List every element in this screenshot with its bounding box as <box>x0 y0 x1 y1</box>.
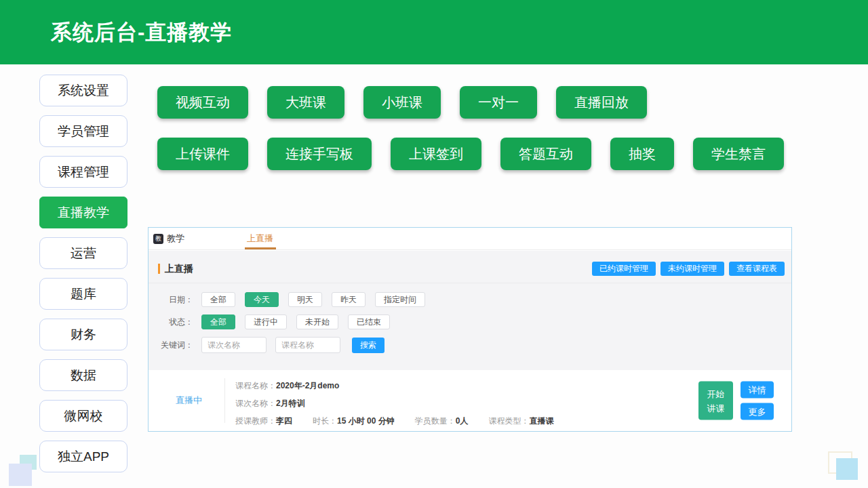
decor-square-blue <box>836 458 858 480</box>
panel-tabbar: 教 教学 上直播 <box>149 228 791 250</box>
start-teaching-button[interactable]: 开始讲课 <box>698 382 733 420</box>
feature-upload-courseware-button[interactable]: 上传课件 <box>157 138 248 170</box>
section-title-bar <box>158 264 160 274</box>
date-chip-custom[interactable]: 指定时间 <box>375 292 425 307</box>
feature-large-class-button[interactable]: 大班课 <box>267 86 344 119</box>
feature-row-2: 上传课件 连接手写板 上课签到 答题互动 抽奖 学生禁言 <box>157 138 784 170</box>
lesson-meta-line: 授课教师： 李四 时长： 15 小时 00 分钟 学员数量： 0人 课程类型： … <box>235 415 553 427</box>
keyword-filter-row: 关键词： 搜索 <box>158 337 791 353</box>
duration-value: 15 小时 00 分钟 <box>337 415 395 427</box>
date-filter-row: 日期： 全部 今天 明天 昨天 指定时间 <box>158 292 791 307</box>
lesson-actions: 开始讲课 详情 更多 <box>698 382 774 420</box>
keyword-filter-label: 关键词： <box>158 340 193 351</box>
course-name-label: 课程名称： <box>235 380 276 392</box>
feature-video-interaction-button[interactable]: 视频互动 <box>157 86 248 119</box>
view-schedule-button[interactable]: 查看课程表 <box>729 262 785 276</box>
feature-quiz-interaction-button[interactable]: 答题互动 <box>500 138 591 170</box>
status-filter-label: 状态： <box>158 317 193 328</box>
feature-handwriting-board-button[interactable]: 连接手写板 <box>267 138 372 170</box>
status-chip-all[interactable]: 全部 <box>201 314 235 329</box>
teacher-label: 授课教师： <box>235 415 276 427</box>
course-type-label: 课程类型： <box>488 415 529 427</box>
page-title: 系统后台-直播教学 <box>51 18 232 47</box>
sidebar-item-micro-school[interactable]: 微网校 <box>39 400 127 432</box>
teacher-value: 李四 <box>276 415 292 427</box>
course-name-line: 课程名称： 2020年-2月demo <box>235 380 553 392</box>
panel-brand-label: 教学 <box>167 232 184 245</box>
students-label: 学员数量： <box>415 415 456 427</box>
tab-go-live[interactable]: 上直播 <box>245 228 275 249</box>
sidebar-item-student-management[interactable]: 学员管理 <box>39 115 127 147</box>
sidebar-item-course-management[interactable]: 课程管理 <box>39 156 127 188</box>
sidebar-item-system-settings[interactable]: 系统设置 <box>39 75 127 106</box>
more-button[interactable]: 更多 <box>741 403 774 420</box>
row-divider <box>224 378 225 423</box>
status-filter-row: 状态： 全部 进行中 未开始 已结束 <box>158 314 791 329</box>
sidebar-item-data[interactable]: 数据 <box>39 359 127 391</box>
panel-brand: 教 教学 <box>153 232 184 245</box>
tab-go-live-label: 上直播 <box>247 232 273 245</box>
filters: 日期： 全部 今天 明天 昨天 指定时间 状态： 全部 进行中 未开始 已结束 … <box>149 283 791 353</box>
sidebar-item-live-teaching[interactable]: 直播教学 <box>39 197 127 228</box>
students-value: 0人 <box>456 415 469 427</box>
feature-lottery-button[interactable]: 抽奖 <box>610 138 674 170</box>
date-chip-today[interactable]: 今天 <box>245 292 279 307</box>
duration-label: 时长： <box>313 415 337 427</box>
teaching-logo-icon: 教 <box>153 234 163 244</box>
sidebar-item-operations[interactable]: 运营 <box>39 237 127 269</box>
unbooked-lessons-button[interactable]: 未约课时管理 <box>660 262 724 276</box>
details-button[interactable]: 详情 <box>741 382 774 399</box>
search-button[interactable]: 搜索 <box>352 338 384 353</box>
secondary-actions: 详情 更多 <box>741 382 774 420</box>
status-chip-not-started[interactable]: 未开始 <box>296 314 338 329</box>
feature-row-1: 视频互动 大班课 小班课 一对一 直播回放 <box>157 86 647 119</box>
date-filter-label: 日期： <box>158 294 193 306</box>
live-admin-panel: 教 教学 上直播 上直播 已约课时管理 未约课时管理 查看课程表 日期： 全部 … <box>148 227 792 432</box>
sidebar-item-finance[interactable]: 财务 <box>39 319 127 350</box>
feature-live-replay-button[interactable]: 直播回放 <box>556 86 647 119</box>
section-title-text: 上直播 <box>165 263 193 275</box>
tab-active-underline <box>245 247 276 249</box>
panel-filter-section: 上直播 已约课时管理 未约课时管理 查看课程表 日期： 全部 今天 明天 昨天 … <box>149 251 791 370</box>
decor-square-lavender <box>9 464 32 486</box>
section-title: 上直播 <box>158 263 193 275</box>
course-name-value: 2020年-2月demo <box>276 380 339 392</box>
status-chip-ended[interactable]: 已结束 <box>348 314 390 329</box>
lesson-name-line: 课次名称： 2月特训 <box>235 398 553 409</box>
sidebar: 系统设置 学员管理 课程管理 直播教学 运营 题库 财务 数据 微网校 独立AP… <box>39 75 127 472</box>
course-type-value: 直播课 <box>529 415 553 427</box>
status-chip-ongoing[interactable]: 进行中 <box>245 314 287 329</box>
date-chip-yesterday[interactable]: 昨天 <box>332 292 366 307</box>
feature-one-on-one-button[interactable]: 一对一 <box>460 86 537 119</box>
live-status-badge: 直播中 <box>176 394 202 407</box>
date-chip-all[interactable]: 全部 <box>201 292 235 307</box>
feature-class-signin-button[interactable]: 上课签到 <box>391 138 481 170</box>
lesson-list: 直播中 课程名称： 2020年-2月demo 课次名称： 2月特训 授课教师： … <box>149 370 791 431</box>
sidebar-item-question-bank[interactable]: 题库 <box>39 278 127 310</box>
lesson-name-input[interactable] <box>201 337 267 353</box>
lesson-name-value: 2月特训 <box>276 398 305 409</box>
section-actions: 已约课时管理 未约课时管理 查看课程表 <box>592 262 785 276</box>
course-name-input[interactable] <box>275 337 340 353</box>
booked-lessons-button[interactable]: 已约课时管理 <box>592 262 656 276</box>
sidebar-item-standalone-app[interactable]: 独立APP <box>39 441 127 472</box>
lesson-details: 课程名称： 2020年-2月demo 课次名称： 2月特训 授课教师： 李四 时… <box>235 380 553 427</box>
feature-mute-students-button[interactable]: 学生禁言 <box>693 138 784 170</box>
top-banner: 系统后台-直播教学 <box>0 0 868 64</box>
date-chip-tomorrow[interactable]: 明天 <box>288 292 322 307</box>
section-header: 上直播 已约课时管理 未约课时管理 查看课程表 <box>149 251 791 283</box>
lesson-name-label: 课次名称： <box>235 398 276 409</box>
feature-small-class-button[interactable]: 小班课 <box>363 86 441 119</box>
